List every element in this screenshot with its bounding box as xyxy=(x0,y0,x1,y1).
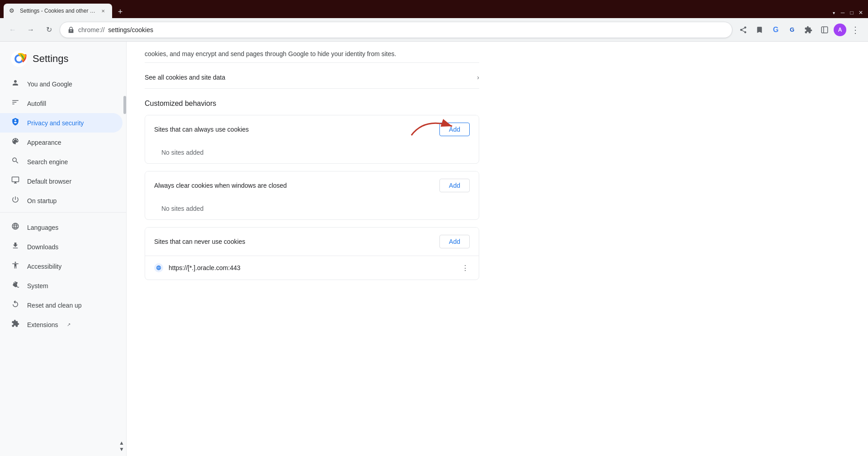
oracle-site-url: https://[*.].oracle.com:443 xyxy=(169,264,453,271)
security-icon xyxy=(67,26,75,33)
address-bar[interactable]: chrome://settings/cookies xyxy=(60,22,732,38)
sidebar-item-accessibility[interactable]: Accessibility xyxy=(0,256,123,276)
tab-strip: ⚙ Settings - Cookies and other site... ✕… xyxy=(4,4,830,18)
always-clear-cookies-section: Always clear cookies when windows are cl… xyxy=(145,171,479,220)
shield-icon xyxy=(11,118,20,128)
appearance-icon xyxy=(11,137,20,147)
active-tab[interactable]: ⚙ Settings - Cookies and other site... ✕ xyxy=(4,4,112,18)
sidebar-item-label: You and Google xyxy=(27,81,72,88)
share-button[interactable] xyxy=(736,23,750,37)
sidebar-scroll-up[interactable]: ▲ xyxy=(119,440,124,446)
oracle-site-row: https://[*.].oracle.com:443 ⋮ xyxy=(145,256,479,280)
chevron-right-icon: › xyxy=(477,74,479,81)
svg-rect-0 xyxy=(821,27,828,33)
bookmark-button[interactable] xyxy=(752,23,767,37)
sidebar-item-system[interactable]: System xyxy=(0,276,123,295)
sidebar-item-label: On startup xyxy=(27,197,57,204)
no-sites-always-use: No sites added xyxy=(145,143,479,163)
sidebar-item-label: Accessibility xyxy=(27,263,61,270)
add-never-use-button[interactable]: Add xyxy=(439,235,470,248)
description-text: cookies, and may encrypt and send pages … xyxy=(145,42,479,63)
no-sites-always-clear: No sites added xyxy=(145,200,479,219)
accessibility-icon xyxy=(11,261,20,271)
sidebar-item-default-browser[interactable]: Default browser xyxy=(0,171,123,191)
sidebar-item-label: Downloads xyxy=(27,243,58,251)
extensions-sidebar-icon xyxy=(11,319,20,330)
always-clear-cookies-label: Always clear cookies when windows are cl… xyxy=(154,182,287,189)
sidebar-scroll-down[interactable]: ▼ xyxy=(119,446,124,452)
reset-icon xyxy=(11,300,20,310)
sidebar-item-label: Extensions xyxy=(27,321,58,328)
sidebar-item-label: System xyxy=(27,282,48,290)
add-always-clear-button[interactable]: Add xyxy=(439,179,470,192)
google-account-button[interactable]: G xyxy=(769,23,783,37)
external-link-icon: ↗ xyxy=(67,322,71,327)
see-all-cookies-row[interactable]: See all cookies and site data › xyxy=(145,66,479,89)
sidebar-item-autofill[interactable]: Autofill xyxy=(0,94,123,113)
more-options-button[interactable]: ⋮ xyxy=(848,23,863,37)
power-icon xyxy=(11,195,20,206)
content-area: cookies, and may encrypt and send pages … xyxy=(127,42,868,456)
reload-button[interactable]: ↻ xyxy=(42,23,56,37)
toolbar-actions: G G A ⋮ xyxy=(736,23,863,37)
add-always-use-button[interactable]: Add xyxy=(439,123,470,136)
autofill-icon xyxy=(11,98,20,109)
globe-icon xyxy=(11,222,20,233)
svg-point-4 xyxy=(16,56,22,62)
customized-behaviors-heading: Customized behaviors xyxy=(145,89,479,115)
url-scheme: chrome:// xyxy=(78,26,104,33)
wrench-icon xyxy=(11,280,20,291)
sidebar-item-privacy-security[interactable]: Privacy and security xyxy=(0,113,123,133)
sidebar-item-label: Default browser xyxy=(27,178,71,185)
always-use-cookies-label: Sites that can always use cookies xyxy=(154,126,249,133)
monitor-icon xyxy=(11,176,20,186)
sidebar-item-label: Appearance xyxy=(27,139,61,146)
sidebar-item-label: Reset and clean up xyxy=(27,302,82,309)
toolbar: ← → ↻ chrome://settings/cookies G G xyxy=(0,18,868,42)
site-globe-icon xyxy=(154,263,163,272)
url-path: settings/cookies xyxy=(108,26,153,33)
chrome-logo-icon xyxy=(11,51,27,67)
extensions-button[interactable] xyxy=(801,23,816,37)
always-use-cookies-box: Sites that can always use cookies Add No… xyxy=(145,115,479,164)
see-all-cookies-label: See all cookies and site data xyxy=(145,74,225,81)
forward-button[interactable]: → xyxy=(24,23,38,37)
sidebar-item-label: Autofill xyxy=(27,100,46,107)
new-tab-button[interactable]: + xyxy=(114,5,127,18)
sidebar-item-label: Search engine xyxy=(27,158,68,166)
always-clear-cookies-header: Always clear cookies when windows are cl… xyxy=(145,171,479,200)
close-button[interactable]: ✕ xyxy=(857,9,864,16)
side-panel-button[interactable] xyxy=(817,23,832,37)
profile-avatar[interactable]: A xyxy=(834,24,846,36)
sidebar-item-you-and-google[interactable]: You and Google xyxy=(0,74,123,94)
person-icon xyxy=(11,79,20,89)
tab-search-button[interactable]: ▾ xyxy=(830,9,837,16)
content-inner: cookies, and may encrypt and send pages … xyxy=(127,42,497,305)
search-icon xyxy=(11,157,20,167)
never-use-cookies-label: Sites that can never use cookies xyxy=(154,238,245,245)
sidebar-navigation: You and Google Autofill Privacy and secu… xyxy=(0,74,126,456)
settings-page-title: Settings xyxy=(33,53,69,65)
sidebar-item-appearance[interactable]: Appearance xyxy=(0,133,123,152)
never-use-cookies-header: Sites that can never use cookies Add xyxy=(145,228,479,256)
sidebar-item-search-engine[interactable]: Search engine xyxy=(0,152,123,171)
window-controls: ▾ ─ □ ✕ xyxy=(830,9,864,18)
sidebar-item-reset-cleanup[interactable]: Reset and clean up xyxy=(0,295,123,315)
maximize-button[interactable]: □ xyxy=(848,9,855,16)
oracle-site-menu-button[interactable]: ⋮ xyxy=(459,261,472,274)
download-icon xyxy=(11,242,20,252)
tab-close-button[interactable]: ✕ xyxy=(99,7,107,14)
extension-grammarly-button[interactable]: G xyxy=(785,23,799,37)
minimize-button[interactable]: ─ xyxy=(839,9,846,16)
sidebar-item-extensions[interactable]: Extensions ↗ xyxy=(0,315,123,334)
sidebar-item-languages[interactable]: Languages xyxy=(0,218,123,237)
settings-header: Settings xyxy=(0,42,126,74)
tab-title: Settings - Cookies and other site... xyxy=(20,8,96,14)
never-use-cookies-section: Sites that can never use cookies Add htt… xyxy=(145,227,479,280)
sidebar-item-downloads[interactable]: Downloads xyxy=(0,237,123,256)
sidebar: Settings You and Google Autofill xyxy=(0,42,127,456)
sidebar-item-on-startup[interactable]: On startup xyxy=(0,191,123,210)
sidebar-item-label: Languages xyxy=(27,224,58,231)
back-button[interactable]: ← xyxy=(5,23,20,37)
always-use-cookies-header: Sites that can always use cookies Add xyxy=(145,115,479,143)
